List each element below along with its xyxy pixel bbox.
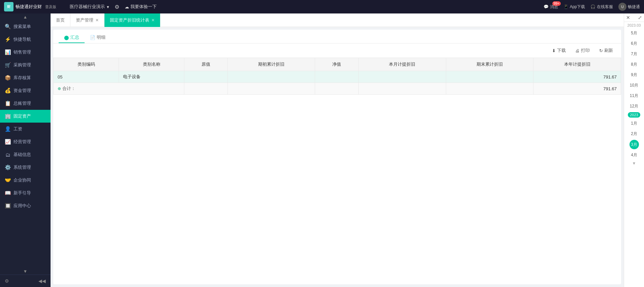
collapse-icon[interactable]: ◀◀ (38, 278, 46, 284)
company-name: 医疗器械行业演示 (70, 4, 105, 10)
date-month-11[interactable]: 11月 (624, 91, 644, 101)
refresh-btn[interactable]: ↻ 刷新 (596, 46, 616, 55)
table-row: 05 电子设备 791.67 (54, 71, 621, 83)
sidebar-item-inventory[interactable]: 📦 库存核算 (0, 71, 51, 84)
company-selector[interactable]: 医疗器械行业演示 ▾ (70, 4, 109, 10)
fixed-asset-table-label: 固定资产折旧统计表 (110, 17, 149, 23)
sales-icon: 📊 (5, 49, 11, 55)
sum-annual-dep: 791.67 (533, 83, 621, 95)
col-header-name: 类别名称 (119, 58, 184, 71)
tab-home[interactable]: 首页 (51, 13, 70, 27)
date-month-10[interactable]: 10月 (624, 80, 644, 91)
inventory-icon: 📦 (5, 75, 11, 81)
sidebar-item-system[interactable]: ⚙️ 系统管理 (0, 161, 51, 174)
summary-row: ⊕ 合计： 791.67 (54, 83, 621, 95)
right-panel-expand-btn[interactable]: ⤢ (638, 15, 642, 20)
experience-btn[interactable]: ☁ 我要体验一下 (125, 4, 157, 10)
sidebar-item-basic-info[interactable]: 🗂 基础信息 (0, 148, 51, 161)
sub-tab-summary[interactable]: ⬤ 汇总 (59, 32, 85, 43)
sidebar-item-quick-nav[interactable]: ⚡ 快捷导航 (0, 33, 51, 46)
settings-bottom-icon[interactable]: ⚙ (5, 278, 9, 284)
finance-icon: 💰 (5, 88, 11, 94)
tab-asset-mgmt-close[interactable]: ✕ (95, 18, 99, 23)
print-icon: 🖨 (575, 48, 580, 53)
cell-net-value (315, 71, 359, 83)
app-download-btn[interactable]: 📱 App下载 (563, 4, 585, 10)
sidebar-item-label: 基础信息 (13, 152, 31, 158)
sum-initial-dep (227, 83, 315, 95)
detail-icon: 📄 (90, 35, 95, 40)
date-month-7[interactable]: 7月 (624, 49, 644, 59)
asset-mgmt-label: 资产管理 (76, 17, 93, 23)
cell-annual-dep: 791.67 (533, 71, 621, 83)
date-month-3-active[interactable]: 3月 (624, 139, 644, 150)
settings-icon-btn[interactable]: ⚙ (115, 4, 119, 10)
sidebar-scroll-down[interactable]: ▼ (0, 268, 51, 275)
date-month-9[interactable]: 9月 (624, 70, 644, 80)
sidebar-item-ledger[interactable]: 📋 总账管理 (0, 97, 51, 110)
quick-nav-icon: ⚡ (5, 36, 11, 42)
online-service-btn[interactable]: 🎧 在线客服 (590, 4, 613, 10)
sidebar-item-app-center[interactable]: 🔲 应用中心 (0, 199, 51, 212)
topbar-left: 财 畅捷通好业财 普及版 (4, 2, 56, 11)
download-icon: 📱 (563, 4, 569, 9)
ledger-icon: 📋 (5, 100, 11, 106)
home-tab-label: 首页 (56, 17, 65, 23)
date-scroll-down[interactable]: ▼ (624, 160, 644, 166)
col-header-ending-dep: 期末累计折旧 (446, 58, 533, 71)
user-info[interactable]: U 畅捷通 (618, 3, 640, 11)
cell-original (184, 71, 228, 83)
sidebar-item-sales[interactable]: 📊 销售管理 (0, 46, 51, 59)
download-label: 下载 (557, 47, 566, 54)
date-month-4[interactable]: 4月 (624, 150, 644, 160)
tab-bar: 首页 资产管理 ✕ 固定资产折旧统计表 ✕ (51, 13, 624, 27)
date-month-6[interactable]: 6月 (624, 38, 644, 49)
sidebar-item-label: 销售管理 (13, 49, 31, 55)
username: 畅捷通 (628, 4, 640, 10)
sub-tab-detail[interactable]: 📄 明细 (85, 32, 111, 43)
date-month-8[interactable]: 8月 (624, 59, 644, 70)
tab-fixed-asset-close[interactable]: ✕ (151, 18, 155, 23)
print-btn[interactable]: 🖨 打印 (573, 46, 592, 55)
tab-fixed-asset-table[interactable]: 固定资产折旧统计表 ✕ (104, 13, 160, 27)
experience-label: 我要体验一下 (130, 4, 157, 10)
date-month-12[interactable]: 12月 (624, 101, 644, 111)
tab-asset-mgmt[interactable]: 资产管理 ✕ (70, 13, 104, 27)
sum-original (184, 83, 228, 95)
sidebar-item-label: 资金管理 (13, 88, 31, 94)
sum-monthly-dep (359, 83, 446, 95)
online-service-label: 在线客服 (597, 4, 613, 10)
sidebar-item-operations[interactable]: 📈 经营管理 (0, 135, 51, 148)
sidebar-item-enterprise[interactable]: 🤝 企业协同 (0, 174, 51, 187)
sidebar-item-search[interactable]: 🔍 搜索菜单 (0, 20, 51, 33)
sum-ending-dep (446, 83, 533, 95)
sum-text: 合计： (62, 86, 75, 92)
date-down-icon[interactable]: ▼ (632, 161, 636, 166)
sum-icon: ⊕ (58, 86, 61, 91)
page-inner: 首页 资产管理 ✕ 固定资产折旧统计表 ✕ ⬤ 汇总 (51, 13, 624, 287)
enterprise-icon: 🤝 (5, 177, 11, 183)
avatar: U (618, 3, 626, 11)
sidebar-item-guide[interactable]: 📖 新手引导 (0, 187, 51, 199)
messages-btn[interactable]: 💬 消息 99+ (544, 4, 558, 10)
date-month-1[interactable]: 1月 (624, 118, 644, 129)
page-content: ⬤ 汇总 📄 明细 ⬇ 下载 🖨 打印 (53, 30, 621, 284)
sidebar-menu: 🔍 搜索菜单 ⚡ 快捷导航 📊 销售管理 🛒 采购管理 📦 库存核算 💰 (0, 20, 51, 268)
table-container: 类别编码 类别名称 原值 期初累计折旧 净值 本月计提折旧 期末累计折旧 本年计… (53, 58, 621, 284)
sidebar-item-payroll[interactable]: 👤 工资 (0, 123, 51, 135)
summary-label: 汇总 (70, 34, 79, 40)
sidebar-item-finance[interactable]: 💰 资金管理 (0, 84, 51, 97)
right-panel-close-btn[interactable]: ✕ (626, 15, 630, 20)
cell-ending-dep (446, 71, 533, 83)
sidebar-scroll-up[interactable]: ▲ (0, 13, 51, 20)
sidebar-item-label: 企业协同 (13, 177, 31, 183)
date-month-5[interactable]: 5月 (624, 28, 644, 38)
sidebar-item-fixed-assets[interactable]: 🏢 固定资产 (0, 110, 51, 123)
sidebar-item-purchase[interactable]: 🛒 采购管理 (0, 59, 51, 71)
download-btn[interactable]: ⬇ 下载 (549, 46, 569, 55)
date-year-header: 2023.03 (624, 22, 644, 28)
sidebar-item-label: 新手引导 (13, 190, 31, 196)
date-month-2[interactable]: 2月 (624, 129, 644, 139)
payroll-icon: 👤 (5, 126, 11, 132)
col-header-annual-dep: 本年计提折旧 (533, 58, 621, 71)
